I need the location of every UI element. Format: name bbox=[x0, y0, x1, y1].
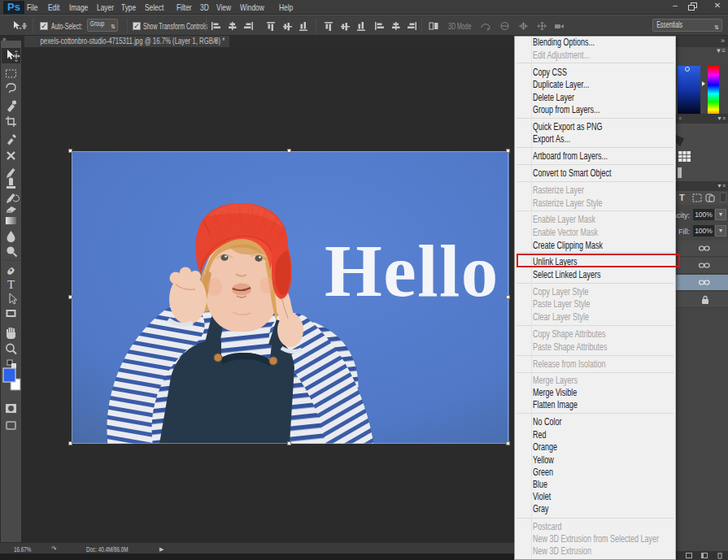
svg-text:T: T bbox=[7, 278, 15, 291]
